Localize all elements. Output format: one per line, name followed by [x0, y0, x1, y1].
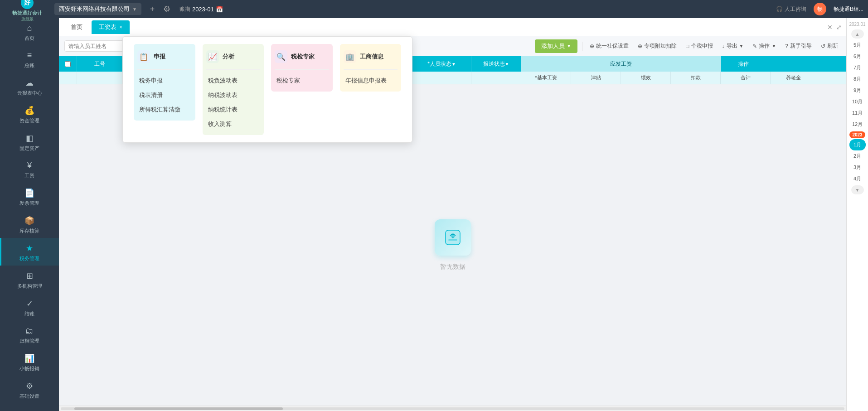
- gongshang-icon: 🏢: [344, 50, 356, 63]
- th-checkbox[interactable]: [59, 56, 77, 72]
- tax-filing-label: 个税申报: [691, 42, 713, 50]
- bottom-scrollbar[interactable]: [59, 406, 846, 411]
- tab-home[interactable]: 首页: [63, 20, 90, 34]
- sidebar-item-guide[interactable]: ▶ 新手引导: [0, 403, 59, 411]
- sidebar-item-settings[interactable]: ⚙ 基础设置: [0, 376, 59, 403]
- item-tax-burden-wave[interactable]: 税负波动表: [206, 73, 261, 88]
- tab-close-icon[interactable]: ×: [119, 24, 122, 30]
- sidebar-item-archive-label: 归档管理: [19, 338, 39, 344]
- main-layout: ⌂ 首页 ≡ 总账 ☁ 云报表中心 💰 资金管理 ◧ 固定资产 ¥ 工资 📄 发…: [0, 18, 868, 411]
- sidebar-item-ledger[interactable]: ≡ 总账: [0, 45, 59, 73]
- th2-total: 合计: [721, 72, 771, 84]
- sidebar-item-cloud[interactable]: ☁ 云报表中心: [0, 73, 59, 100]
- sidebar-item-invoice[interactable]: 📄 发票管理: [0, 183, 59, 210]
- content-area: 首页 工资表 × ✕ ⤢ 🔍 添加人员 ▼ ⊕ 统: [59, 18, 846, 411]
- guide-toolbar-icon: ?: [785, 43, 788, 49]
- th2-base-pay: *基本工资: [521, 72, 571, 84]
- action-operate[interactable]: ✎ 操作 ▼: [750, 40, 779, 52]
- sidebar-item-assets[interactable]: ◧ 固定资产: [0, 128, 59, 155]
- timeline-month-11[interactable]: 11月: [847, 107, 868, 119]
- timeline-month-5[interactable]: 5月: [847, 39, 868, 51]
- timeline-month-8[interactable]: 8月: [847, 73, 868, 85]
- timeline-month-12[interactable]: 12月: [847, 119, 868, 130]
- company-selector[interactable]: 西安虾米网络科技有限公司 ▼: [54, 3, 141, 15]
- add-icon[interactable]: +: [147, 4, 158, 15]
- export-arrow: ▼: [739, 44, 744, 48]
- timeline-month-4[interactable]: 4月: [847, 173, 868, 184]
- item-income-tax[interactable]: 所得税汇算清缴: [137, 102, 192, 117]
- timeline-month-1[interactable]: 1月: [849, 139, 866, 150]
- item-tax-stats[interactable]: 纳税统计表: [206, 102, 261, 117]
- sidebar-item-payroll[interactable]: ¥ 工资: [0, 155, 59, 183]
- timeline-month-3[interactable]: 3月: [847, 162, 868, 173]
- action-guide[interactable]: ? 新手引导: [782, 40, 815, 52]
- tab-payroll[interactable]: 工资表 ×: [92, 20, 130, 34]
- deduction-label: 专项附加扣除: [644, 42, 677, 50]
- timeline-month-2[interactable]: 2月: [847, 150, 868, 162]
- add-person-button[interactable]: 添加人员 ▼: [535, 39, 577, 53]
- operate-icon: ✎: [752, 43, 757, 49]
- tab-close-window-icon[interactable]: ✕: [827, 24, 833, 31]
- action-deduction[interactable]: ⊕ 专项附加扣除: [635, 40, 679, 52]
- sidebar-item-inventory[interactable]: 📦 库存核算: [0, 210, 59, 238]
- sidebar-item-archive[interactable]: 🗂 归档管理: [0, 321, 59, 348]
- fenxi-divider: [206, 69, 261, 70]
- action-tax-filing[interactable]: □ 个税申报: [683, 40, 715, 52]
- tax-dropdown-menu: 📋 申报 税务申报 税表清册 所得税汇算清缴 📈 分析: [122, 36, 412, 143]
- tab-bar: 首页 工资表 × ✕ ⤢: [59, 18, 846, 36]
- select-all-checkbox[interactable]: [65, 61, 71, 67]
- refresh-icon: ↺: [821, 43, 825, 49]
- archive-icon: 🗂: [25, 326, 34, 336]
- sidebar-item-assets-label: 固定资产: [19, 145, 39, 152]
- refresh-label: 刷新: [827, 42, 838, 50]
- settings-icon[interactable]: ⚙: [161, 4, 172, 15]
- sidebar-item-expense[interactable]: 📊 小畅报销: [0, 348, 59, 376]
- sidebar-item-home[interactable]: ⌂ 首页: [0, 18, 59, 45]
- timeline-month-10[interactable]: 10月: [847, 96, 868, 107]
- item-tax-table[interactable]: 税表清册: [137, 88, 192, 102]
- item-tax-wave[interactable]: 纳税波动表: [206, 88, 261, 102]
- th2-checkbox: [59, 72, 77, 84]
- th2-report-status: [471, 72, 521, 84]
- operate-arrow: ▼: [771, 44, 776, 48]
- tab-restore-icon[interactable]: ⤢: [836, 24, 842, 31]
- top-bar-add-btn[interactable]: + ⚙: [147, 4, 172, 15]
- timeline-scroll-down[interactable]: ▼: [851, 185, 864, 194]
- th-status[interactable]: *人员状态 ▼: [412, 56, 471, 72]
- sidebar-item-funds[interactable]: 💰 资金管理: [0, 100, 59, 128]
- expense-icon: 📊: [24, 353, 34, 363]
- logo-sub: 旗舰版: [21, 16, 34, 22]
- item-tax-expert[interactable]: 税检专家: [275, 73, 329, 88]
- scroll-thumb[interactable]: [74, 407, 283, 410]
- th-report-status[interactable]: 报送状态 ▼: [471, 56, 521, 72]
- calendar-icon[interactable]: 📅: [216, 6, 223, 13]
- timeline-month-6[interactable]: 6月: [847, 51, 868, 62]
- app-logo: 好 畅捷通好会计 旗舰版: [5, 0, 50, 22]
- help-button[interactable]: 🎧 人工咨询: [776, 5, 806, 13]
- gongshang-bg: 🏢 工商信息 年报信息申报表: [340, 44, 402, 92]
- action-export[interactable]: ↓ 导出 ▼: [719, 40, 747, 52]
- sidebar-item-closing[interactable]: ✓ 结账: [0, 293, 59, 321]
- dropdown-section-fenxi: 📈 分析 税负波动表 纳税波动表 纳税统计表 收入测算: [199, 44, 268, 135]
- gongshang-header: 🏢 工商信息: [344, 48, 398, 68]
- right-timeline: 2023.01 ▲ 5月 6月 7月 8月 9月 10月 11月 12月 202…: [846, 18, 868, 411]
- user-name[interactable]: 畅捷通B组...: [834, 5, 863, 13]
- th2-deduction: 扣款: [671, 72, 721, 84]
- th2-allowance: 津贴: [571, 72, 621, 84]
- sidebar-item-tax[interactable]: ★ 税务管理: [0, 238, 59, 266]
- period-label: 账期: [179, 5, 190, 13]
- th-operation: 操作: [721, 56, 766, 72]
- headset-icon: 🎧: [776, 6, 783, 12]
- timeline-month-9[interactable]: 9月: [847, 85, 868, 96]
- action-refresh[interactable]: ↺ 刷新: [818, 40, 841, 52]
- shuijian-divider: [275, 69, 329, 70]
- social-security-icon: ⊕: [590, 43, 594, 49]
- item-tax-filing[interactable]: 税务申报: [137, 73, 192, 88]
- timeline-scroll-up[interactable]: ▲: [851, 29, 864, 39]
- settings-sidebar-icon: ⚙: [26, 381, 33, 391]
- item-annual-report[interactable]: 年报信息申报表: [344, 73, 398, 88]
- action-social-security[interactable]: ⊕ 统一社保设置: [587, 40, 631, 52]
- sidebar-item-multi-org[interactable]: ⊞ 多机构管理: [0, 266, 59, 293]
- timeline-month-7[interactable]: 7月: [847, 62, 868, 73]
- item-income-estimate[interactable]: 收入测算: [206, 117, 261, 131]
